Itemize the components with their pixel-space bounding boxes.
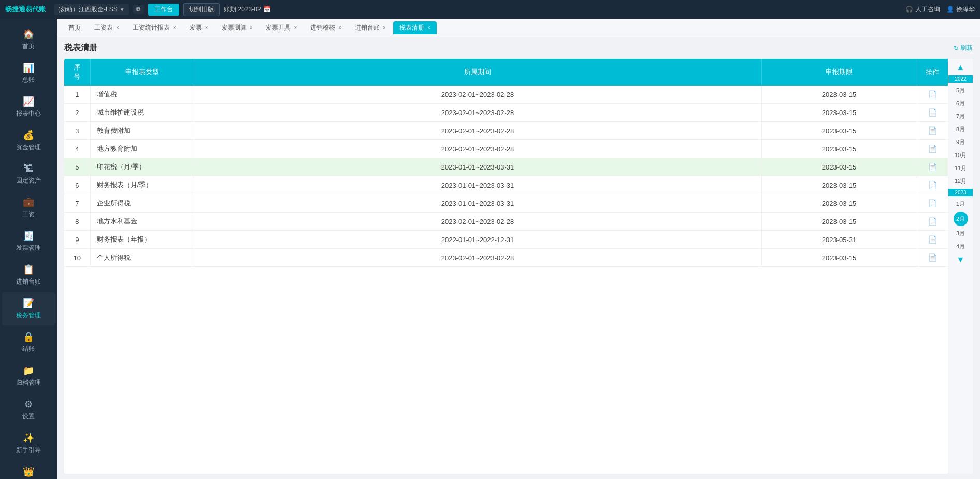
sidebar-item-purchase[interactable]: 📋 进销台账 (2, 259, 55, 291)
sidebar-item-home[interactable]: 🏠 首页 (2, 23, 55, 56)
tab-home[interactable]: 首页 (62, 21, 87, 34)
tab-invoice-open[interactable]: 发票开具 × (260, 21, 303, 34)
cell-type: 企业所得税 (90, 194, 194, 213)
month-2022-5[interactable]: 5月 (948, 84, 973, 97)
cell-action: 📄 (917, 213, 948, 231)
tab-purchase-ledger[interactable]: 进销台账 × (349, 21, 392, 34)
human-consult-btn[interactable]: 🎧 人工咨询 (905, 5, 940, 14)
sidebar-item-ledger[interactable]: 📊 总账 (2, 57, 55, 90)
refresh-button[interactable]: ↻ 刷新 (954, 44, 973, 52)
cell-period: 2023-02-01~2023-02-28 (194, 104, 761, 122)
table-row: 9 财务报表（年报） 2022-01-01~2022-12-31 2023-05… (64, 231, 948, 249)
sidebar-item-archive[interactable]: 📁 归档管理 (2, 360, 55, 392)
fund-icon: 💰 (23, 130, 34, 141)
sidebar-item-report-label: 报表中心 (16, 109, 41, 118)
sidebar-item-home-label: 首页 (22, 42, 35, 51)
main-layout: 🏠 首页 📊 总账 📈 报表中心 💰 资金管理 🏗 固定资产 💼 工资 🧾 发票… (0, 19, 980, 479)
tab-salary-report-close[interactable]: × (173, 25, 176, 31)
action-detail-icon[interactable]: 📄 (928, 163, 937, 171)
cell-period: 2023-02-01~2023-02-28 (194, 140, 761, 158)
sidebar-item-fixed[interactable]: 🏗 固定资产 (2, 158, 55, 190)
cell-type: 城市维护建设税 (90, 104, 194, 122)
tab-invoice-close[interactable]: × (205, 25, 208, 31)
sidebar-item-invoice-mgmt[interactable]: 🧾 发票管理 (2, 225, 55, 258)
period-display: 账期 2023-02 📅 (224, 5, 271, 14)
top-bar-right: 🎧 人工咨询 👤 徐泽华 (905, 5, 975, 14)
action-detail-icon[interactable]: 📄 (928, 235, 937, 244)
year-2022-label: 2022 (948, 75, 973, 83)
col-header-type: 申报表类型 (90, 59, 194, 86)
action-detail-icon[interactable]: 📄 (928, 108, 937, 117)
invoice-mgmt-icon: 🧾 (23, 230, 34, 242)
cell-action: 📄 (917, 249, 948, 267)
action-detail-icon[interactable]: 📄 (928, 217, 937, 226)
copy-icon-btn[interactable]: ⧉ (133, 5, 144, 14)
month-2022-6[interactable]: 6月 (948, 97, 973, 110)
action-detail-icon[interactable]: 📄 (928, 126, 937, 135)
panel-nav-down[interactable]: ▼ (955, 253, 967, 266)
calendar-icon[interactable]: 📅 (263, 6, 271, 13)
tab-purchase-ledger-close[interactable]: × (383, 25, 386, 31)
tab-invoice-open-close[interactable]: × (294, 25, 297, 31)
tab-invoice-calc-label: 发票测算 (222, 23, 247, 32)
company-selector[interactable]: (勿动）江西股金-LSS ▼ (54, 4, 129, 15)
month-2023-4[interactable]: 4月 (948, 240, 973, 253)
sidebar-item-salary-label: 工资 (22, 210, 35, 219)
month-2023-2[interactable]: 2月 (954, 212, 968, 226)
tab-purchase-ledger-label: 进销台账 (355, 23, 380, 32)
top-bar-icons: ⧉ (133, 5, 144, 14)
app-logo: 畅捷通易代账 (5, 5, 46, 14)
cell-seq: 6 (64, 176, 90, 194)
cell-type: 财务报表（年报） (90, 231, 194, 249)
user-profile-btn[interactable]: 👤 徐泽华 (946, 5, 975, 14)
action-detail-icon[interactable]: 📄 (928, 181, 937, 189)
sidebar-item-fund-label: 资金管理 (16, 143, 41, 152)
tax-table: 序号 申报表类型 所属期间 申报期限 操作 1 增值税 2023-02-01~2… (64, 59, 948, 267)
action-detail-icon[interactable]: 📄 (928, 199, 937, 207)
month-2022-8[interactable]: 8月 (948, 123, 973, 136)
cell-seq: 3 (64, 122, 90, 140)
cell-seq: 7 (64, 194, 90, 213)
switch-old-button[interactable]: 切到旧版 (183, 3, 220, 16)
report-icon: 📈 (23, 96, 34, 107)
month-2022-9[interactable]: 9月 (948, 136, 973, 149)
cell-action: 📄 (917, 158, 948, 176)
sidebar-item-salary[interactable]: 💼 工资 (2, 191, 55, 224)
action-detail-icon[interactable]: 📄 (928, 90, 937, 98)
sidebar-item-settings[interactable]: ⚙ 设置 (2, 393, 55, 426)
panel-nav-up[interactable]: ▲ (955, 61, 967, 74)
sidebar-item-close[interactable]: 🔒 结账 (2, 326, 55, 359)
action-detail-icon[interactable]: 📄 (928, 145, 937, 153)
action-detail-icon[interactable]: 📄 (928, 253, 937, 262)
tab-salary-report[interactable]: 工资统计报表 × (126, 21, 182, 34)
month-2022-10[interactable]: 10月 (948, 149, 973, 162)
tab-salary-close[interactable]: × (116, 25, 119, 31)
tab-purchase-audit[interactable]: 进销稽核 × (304, 21, 348, 34)
sidebar-item-vip[interactable]: 👑 畅会员 (2, 461, 55, 479)
tax-icon: 📝 (23, 298, 34, 309)
sidebar-item-report[interactable]: 📈 报表中心 (2, 91, 55, 123)
cell-seq: 9 (64, 231, 90, 249)
month-2023-3[interactable]: 3月 (948, 227, 973, 240)
cell-period: 2022-01-01~2022-12-31 (194, 231, 761, 249)
cell-deadline: 2023-03-15 (761, 104, 917, 122)
month-2023-1[interactable]: 1月 (948, 198, 973, 210)
refresh-label: 刷新 (960, 44, 973, 52)
tab-salary[interactable]: 工资表 × (88, 21, 125, 34)
sidebar-item-guide[interactable]: ✨ 新手引导 (2, 427, 55, 460)
tab-invoice[interactable]: 发票 × (183, 21, 214, 34)
month-2022-11[interactable]: 11月 (948, 162, 973, 175)
tab-tax-list[interactable]: 税表清册 × (393, 21, 437, 34)
sidebar-item-fund[interactable]: 💰 资金管理 (2, 124, 55, 157)
tab-invoice-calc[interactable]: 发票测算 × (215, 21, 259, 34)
cell-period: 2023-01-01~2023-03-31 (194, 194, 761, 213)
tab-purchase-audit-close[interactable]: × (338, 25, 341, 31)
month-2022-7[interactable]: 7月 (948, 110, 973, 123)
month-2022-12[interactable]: 12月 (948, 175, 973, 188)
ledger-icon: 📊 (23, 62, 34, 74)
tab-invoice-calc-close[interactable]: × (250, 25, 253, 31)
sidebar-item-tax[interactable]: 📝 税务管理 (2, 292, 55, 325)
workbench-button[interactable]: 工作台 (148, 4, 179, 16)
tab-invoice-label: 发票 (190, 23, 202, 32)
tab-tax-list-close[interactable]: × (427, 25, 430, 31)
